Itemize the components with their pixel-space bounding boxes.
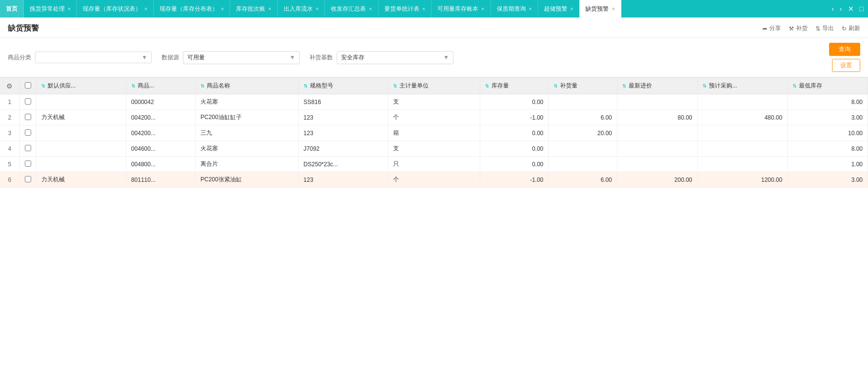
row-checkbox[interactable]	[25, 98, 31, 105]
filter-select-datasource[interactable]: 可用量 ▼	[183, 51, 300, 64]
tab-prev-btn[interactable]: ‹	[829, 4, 836, 14]
row-product-code: 004600...	[126, 141, 195, 157]
row-checkbox-cell[interactable]	[19, 125, 36, 141]
tab-maximize-btn[interactable]: □	[857, 4, 866, 14]
header-actions: ➦ 分享 ⚒ 补货 ⇅ 导出 ↻ 刷新	[762, 24, 860, 33]
row-min-stock: 1.00	[787, 157, 868, 172]
table-row[interactable]: 4 004600... 火花塞 J7092 支 0.00 8.00	[0, 141, 868, 157]
tab-xiancunliang2[interactable]: 现存量（库存分布表） ×	[154, 0, 230, 18]
table-row[interactable]: 6 力天机械 801110... PC200张紧油缸 123 个 -1.00 6…	[0, 172, 868, 188]
refresh-button[interactable]: ↻ 刷新	[842, 24, 860, 33]
tab-shoufacun[interactable]: 收发存汇总表 ×	[325, 0, 378, 18]
tab-close-jianhuo[interactable]: ×	[68, 6, 71, 12]
col-spec[interactable]: ⇅ 规格型号	[298, 78, 388, 94]
select-all-checkbox[interactable]	[25, 82, 31, 88]
tab-close-kucun-pici[interactable]: ×	[268, 6, 271, 12]
export-button[interactable]: ⇅ 导出	[815, 24, 834, 33]
tab-home[interactable]: 首页	[0, 0, 24, 18]
row-index: 1	[0, 94, 19, 110]
col-estimated-purchase[interactable]: ⇅ 预计采购...	[697, 78, 787, 94]
filter-select-replenish[interactable]: 安全库存 ▼	[337, 51, 453, 64]
tab-close-quehuo[interactable]: ×	[612, 6, 615, 12]
settings-button[interactable]: 设置	[832, 59, 860, 72]
tab-baozhi[interactable]: 保质期查询 ×	[491, 0, 538, 18]
tab-close-yaohuo[interactable]: ×	[422, 6, 425, 12]
page-header: 缺货预警 ➦ 分享 ⚒ 补货 ⇅ 导出 ↻ 刷新	[0, 18, 868, 38]
tab-chaochuyujing[interactable]: 超储预警 ×	[538, 0, 579, 18]
tab-close-shoufacun[interactable]: ×	[369, 6, 372, 12]
filter-select-category[interactable]: ▼	[35, 52, 152, 63]
row-estimated-purchase	[697, 141, 787, 157]
row-stock: 0.00	[480, 157, 548, 172]
tab-jianhuo[interactable]: 拣货异常处理 ×	[24, 0, 77, 18]
row-spec: 123	[298, 125, 388, 141]
filter-label-datasource: 数据源	[162, 53, 179, 62]
tab-close-all-btn[interactable]: ✕	[846, 4, 856, 14]
col-unit[interactable]: ⇅ 主计量单位	[388, 78, 480, 94]
tab-close-xiancunliang1[interactable]: ×	[144, 6, 147, 12]
table-row[interactable]: 1 0000042 火花塞 SS816 支 0.00 8.00	[0, 94, 868, 110]
tab-close-baozhi[interactable]: ×	[529, 6, 532, 12]
gear-icon[interactable]: ⚙	[6, 82, 13, 90]
row-checkbox[interactable]	[25, 114, 31, 120]
col-latest-price[interactable]: ⇅ 最新进价	[617, 78, 697, 94]
row-spec: 123	[298, 172, 388, 188]
tab-kucun-pici[interactable]: 库存批次账 ×	[230, 0, 277, 18]
row-latest-price: 80.00	[617, 110, 697, 125]
row-checkbox-cell[interactable]	[19, 157, 36, 172]
row-unit: 个	[388, 172, 480, 188]
col-stock[interactable]: ⇅ 库存量	[480, 78, 548, 94]
col-product-code[interactable]: ⇅ 商品...	[126, 78, 195, 94]
col-min-stock[interactable]: ⇅ 最低库存	[787, 78, 868, 94]
row-checkbox-cell[interactable]	[19, 141, 36, 157]
filter-datasource-value: 可用量	[187, 53, 205, 62]
row-product-code: 004800...	[126, 157, 195, 172]
tab-close-chaochuyujing[interactable]: ×	[570, 6, 573, 12]
row-supplier	[36, 157, 126, 172]
row-checkbox[interactable]	[25, 160, 31, 167]
replenish-button[interactable]: ⚒ 补货	[789, 24, 808, 33]
tab-close-xiancunliang2[interactable]: ×	[221, 6, 224, 12]
col-gear[interactable]: ⚙	[0, 78, 19, 94]
row-checkbox[interactable]	[25, 176, 31, 182]
col-replenish[interactable]: ⇅ 补货量	[548, 78, 617, 94]
sort-icon-name: ⇅	[200, 83, 204, 88]
tab-close-liushui[interactable]: ×	[316, 6, 319, 12]
tab-xiancunliang1[interactable]: 现存量（库存状况表） ×	[77, 0, 153, 18]
tab-keyong[interactable]: 可用量库存账本 ×	[432, 0, 490, 18]
row-estimated-purchase: 1200.00	[697, 172, 787, 188]
table-row[interactable]: 3 004200... 三九 123 箱 0.00 20.00 10.00	[0, 125, 868, 141]
row-checkbox[interactable]	[25, 145, 31, 151]
table-header-row: ⚙ ⇅ 默认供应... ⇅ 商品... ⇅ 商品名称	[0, 78, 868, 94]
share-button[interactable]: ➦ 分享	[762, 24, 781, 33]
row-checkbox-cell[interactable]	[19, 172, 36, 188]
tab-quehuo[interactable]: 缺货预警 ×	[579, 0, 621, 18]
col-product-name[interactable]: ⇅ 商品名称	[196, 78, 299, 94]
page-content: 缺货预警 ➦ 分享 ⚒ 补货 ⇅ 导出 ↻ 刷新 商品分类	[0, 18, 868, 387]
row-product-code: 801110...	[126, 172, 195, 188]
row-latest-price	[617, 125, 697, 141]
sort-icon-supplier: ⇅	[41, 83, 45, 88]
table-row[interactable]: 2 力天机械 004200... PC200油缸缸子 123 个 -1.00 6…	[0, 110, 868, 125]
tab-yaohuo[interactable]: 要货单统计表 ×	[379, 0, 432, 18]
row-spec: SS816	[298, 94, 388, 110]
filter-group-datasource: 数据源 可用量 ▼	[162, 51, 300, 64]
tab-next-btn[interactable]: ›	[837, 4, 845, 14]
row-checkbox-cell[interactable]	[19, 110, 36, 125]
row-checkbox[interactable]	[25, 129, 31, 136]
table-body: 1 0000042 火花塞 SS816 支 0.00 8.00 2 力天机械 0…	[0, 94, 868, 188]
tab-liushui[interactable]: 出入库流水 ×	[278, 0, 325, 18]
col-checkbox-header[interactable]	[19, 78, 36, 94]
query-button[interactable]: 查询	[829, 43, 860, 56]
row-index: 3	[0, 125, 19, 141]
col-supplier[interactable]: ⇅ 默认供应...	[36, 78, 126, 94]
row-replenish	[548, 157, 617, 172]
tab-close-keyong[interactable]: ×	[481, 6, 484, 12]
table-row[interactable]: 5 004800... 离合片 DS250*23c... 只 0.00 1.00	[0, 157, 868, 172]
row-supplier	[36, 94, 126, 110]
tab-bar: 首页 拣货异常处理 × 现存量（库存状况表） × 现存量（库存分布表） × 库存…	[0, 0, 868, 18]
row-supplier: 力天机械	[36, 110, 126, 125]
row-min-stock: 3.00	[787, 172, 868, 188]
row-product-name: PC200张紧油缸	[196, 172, 299, 188]
row-checkbox-cell[interactable]	[19, 94, 36, 110]
